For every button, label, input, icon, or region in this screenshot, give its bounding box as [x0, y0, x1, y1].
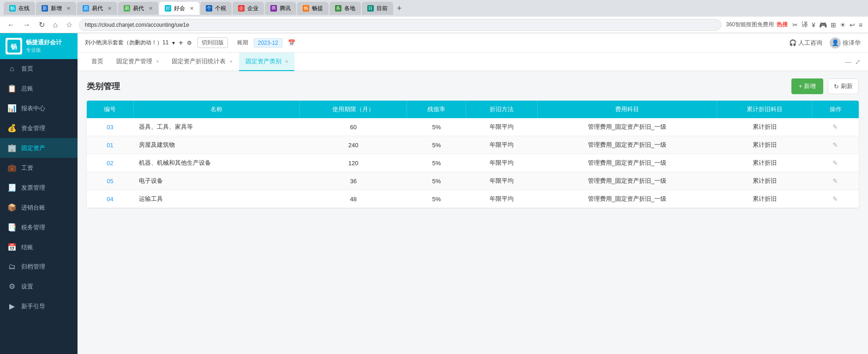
- switch-to-old-btn[interactable]: 切到旧版: [198, 37, 228, 48]
- sidebar-item-tax[interactable]: 📑 税务管理: [0, 217, 78, 237]
- address-input[interactable]: [79, 19, 721, 31]
- service-button[interactable]: 🎧 人工咨询: [789, 39, 822, 47]
- wallet-icon[interactable]: ¥: [812, 21, 815, 29]
- cell-code-4[interactable]: 04: [87, 190, 133, 208]
- col-header-expense: 费用科目: [537, 101, 717, 118]
- tab-fixed-assets-mgmt[interactable]: 固定资产管理 ×: [110, 53, 165, 71]
- edit-icon-2[interactable]: ✎: [832, 159, 838, 167]
- code-link-2[interactable]: 02: [107, 160, 113, 167]
- sidebar-item-inventory[interactable]: 📦 进销台账: [0, 198, 78, 217]
- home-button[interactable]: ⌂: [51, 20, 60, 30]
- cell-code-1[interactable]: 01: [87, 136, 133, 154]
- sidebar-item-reports[interactable]: 📊 报表中心: [0, 98, 78, 118]
- add-account-icon[interactable]: +: [179, 39, 183, 47]
- code-link-1[interactable]: 01: [107, 142, 113, 149]
- user-info[interactable]: 👤 徐泽华: [830, 37, 861, 48]
- browser-tab-8[interactable]: 腾 腾讯: [265, 2, 296, 15]
- browser-tab-2[interactable]: 新 新增 ✕: [36, 2, 76, 15]
- period-value[interactable]: 2023-12: [254, 38, 282, 48]
- tab-home[interactable]: 首页: [85, 53, 110, 71]
- sidebar-item-home[interactable]: ⌂ 首页: [0, 59, 78, 78]
- sidebar-item-settings[interactable]: ⚙ 设置: [0, 276, 78, 296]
- tab-close-asset-category[interactable]: ×: [285, 59, 288, 64]
- browser-tab-1[interactable]: 畅 在线: [4, 2, 35, 15]
- tab-close-5[interactable]: ✕: [190, 6, 194, 12]
- cell-period-3: 36: [300, 172, 407, 190]
- tab-asset-category-label: 固定资产类别: [245, 57, 281, 66]
- col-header-accumulated: 累计折旧科目: [717, 101, 812, 118]
- sidebar-item-guide[interactable]: ▶ 新手引导: [0, 296, 78, 316]
- sidebar-item-archive[interactable]: 🗂 归档管理: [0, 257, 78, 276]
- cell-action-2[interactable]: ✎: [812, 154, 859, 172]
- edit-icon-4[interactable]: ✎: [832, 195, 838, 203]
- back-button[interactable]: ←: [6, 20, 17, 30]
- browser-tab-6[interactable]: 个 个税: [200, 2, 232, 15]
- add-category-button[interactable]: + 新增: [791, 78, 823, 94]
- cell-action-0[interactable]: ✎: [812, 118, 859, 136]
- tab-close-2[interactable]: ✕: [66, 6, 71, 12]
- dropdown-icon[interactable]: ▾: [172, 40, 175, 46]
- sun-icon[interactable]: ☀: [840, 21, 846, 29]
- tab-label-10: 各地: [344, 5, 355, 12]
- archive-icon: 🗂: [7, 263, 17, 271]
- minimize-icon[interactable]: —: [845, 58, 851, 66]
- code-link-4[interactable]: 04: [107, 196, 113, 203]
- browser-tab-4[interactable]: 易 易代 ✕: [118, 2, 158, 15]
- edit-icon-1[interactable]: ✎: [832, 141, 838, 149]
- refresh-button[interactable]: ↻ 刷新: [828, 78, 859, 94]
- cell-code-3[interactable]: 05: [87, 172, 133, 190]
- scissors-icon[interactable]: ✂: [792, 21, 798, 29]
- browser-tab-11[interactable]: 目 目前: [362, 2, 393, 15]
- menu-icon[interactable]: ≡: [859, 21, 862, 29]
- cell-action-1[interactable]: ✎: [812, 136, 859, 154]
- tab-bar: 畅 在线 新 新增 ✕ 易 易代 ✕ 易 易代 ✕ 好 好会 ✕ 个 个税 企: [0, 0, 868, 17]
- closing-icon: 📅: [7, 243, 17, 252]
- tab-home-label: 首页: [91, 57, 103, 66]
- sidebar-item-fixed-assets[interactable]: 🏢 固定资产: [0, 138, 78, 158]
- browser-tab-7[interactable]: 企 企业: [233, 2, 264, 15]
- settings-gear-icon[interactable]: ⚙: [187, 40, 192, 46]
- sidebar-item-invoice[interactable]: 🧾 发票管理: [0, 178, 78, 198]
- tab-close-depreciation[interactable]: ×: [229, 59, 232, 64]
- edit-icon-3[interactable]: ✎: [832, 177, 838, 185]
- tab-asset-category[interactable]: 固定资产类别 ×: [239, 53, 294, 71]
- cell-code-0[interactable]: 03: [87, 118, 133, 136]
- cell-code-2[interactable]: 02: [87, 154, 133, 172]
- cell-action-4[interactable]: ✎: [812, 190, 859, 208]
- refresh-label: 刷新: [841, 82, 853, 90]
- forward-button[interactable]: →: [21, 20, 32, 30]
- sidebar: 畅 畅捷通好会计 专业版 ⌂ 首页 📋 总账 📊 报表中心 💰 资金管理 🏢: [0, 33, 78, 354]
- tab-close-fixed-assets-mgmt[interactable]: ×: [156, 59, 159, 64]
- maximize-icon[interactable]: ⤢: [855, 58, 861, 66]
- browser-tab-3[interactable]: 易 易代 ✕: [77, 2, 117, 15]
- tab-favicon-5: 好: [165, 5, 171, 12]
- new-tab-button[interactable]: +: [394, 4, 405, 13]
- tab-close-4[interactable]: ✕: [149, 6, 153, 12]
- home-icon: ⌂: [7, 65, 17, 73]
- bookmark-button[interactable]: ☆: [64, 19, 74, 30]
- cell-action-3[interactable]: ✎: [812, 172, 859, 190]
- grid-icon[interactable]: ⊞: [831, 21, 836, 29]
- reload-button[interactable]: ↻: [37, 19, 47, 30]
- sidebar-item-closing[interactable]: 📅 结账: [0, 237, 78, 257]
- edit-icon-0[interactable]: ✎: [832, 123, 838, 131]
- sidebar-label-guide: 新手引导: [21, 302, 45, 311]
- browser-tab-9[interactable]: 畅 畅提: [297, 2, 329, 15]
- sidebar-item-ledger[interactable]: 📋 总账: [0, 78, 78, 98]
- tab-close-3[interactable]: ✕: [108, 6, 112, 12]
- sidebar-item-funds[interactable]: 💰 资金管理: [0, 118, 78, 138]
- calendar-icon[interactable]: 📅: [288, 39, 295, 46]
- translate-icon[interactable]: 译: [802, 21, 808, 29]
- code-link-3[interactable]: 05: [107, 178, 113, 185]
- tab-depreciation-table[interactable]: 固定资产折旧统计表 ×: [165, 53, 239, 71]
- cell-method-3: 年限平均: [466, 172, 537, 190]
- browser-tab-10[interactable]: 各 各地: [329, 2, 361, 15]
- browser-tab-5[interactable]: 好 好会 ✕: [159, 2, 199, 15]
- settings-icon: ⚙: [7, 282, 17, 291]
- sidebar-item-payroll[interactable]: 💼 工资: [0, 158, 78, 178]
- tax-icon: 📑: [7, 223, 17, 232]
- code-link-0[interactable]: 03: [107, 124, 113, 131]
- game-icon[interactable]: 🎮: [819, 21, 827, 29]
- tab-label-7: 企业: [247, 5, 258, 12]
- undo-icon[interactable]: ↩: [850, 21, 855, 29]
